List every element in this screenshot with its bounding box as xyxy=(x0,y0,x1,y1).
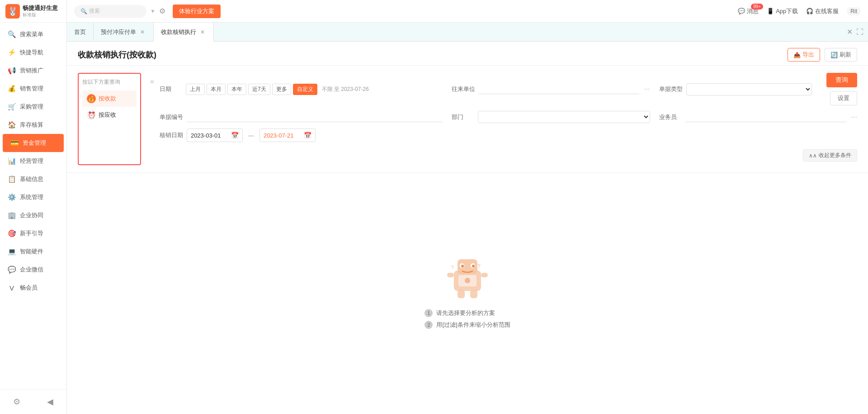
sidebar-item-purchase[interactable]: 🛒 采购管理 xyxy=(0,98,66,116)
tab-bar-right: ✕ ⛶ xyxy=(842,28,868,36)
verify-date-end-input[interactable] xyxy=(264,132,302,139)
refresh-btn[interactable]: 🔄 刷新 xyxy=(825,48,857,62)
tip-item-2: 2 用[过滤]条件来缩小分析范围 xyxy=(425,321,510,329)
sidebar-item-inventory[interactable]: 🏠 库存核算 xyxy=(0,116,66,134)
date-btn-custom[interactable]: 自定义 xyxy=(293,84,317,95)
voucher-type-select[interactable] xyxy=(686,83,812,95)
nav-icon-biz: 📊 xyxy=(7,157,16,166)
nav-icon-newbie: 🎯 xyxy=(7,229,16,238)
nav-icon-base: 📋 xyxy=(7,175,16,184)
sidebar-item-biz[interactable]: 📊 经营管理 xyxy=(0,152,66,170)
nav-label-member: 畅会员 xyxy=(20,284,38,292)
tip-text-1: 请先选择要分析的方案 xyxy=(436,309,495,317)
collapse-btn[interactable]: ∧∧ 收起更多条件 xyxy=(803,149,857,162)
filter-option-receivable[interactable]: ⏰ 按应收 xyxy=(82,107,137,123)
cal-icon-start[interactable]: 📅 xyxy=(231,132,239,139)
empty-image: ? ? xyxy=(445,255,490,300)
sidebar-item-member[interactable]: V 畅会员 xyxy=(0,279,66,297)
online-service-btn[interactable]: 🎧 在线客服 xyxy=(806,7,839,15)
page-actions: 📤 导出 🔄 刷新 xyxy=(788,48,857,62)
tab-collection[interactable]: 收款核销执行 ✕ xyxy=(154,23,214,42)
page-content-wrap: 收款核销执行(按收款) 📤 导出 🔄 刷新 按以下方案查询 xyxy=(67,42,868,414)
dropdown-icon[interactable]: ▼ xyxy=(150,8,156,14)
header-left: 🔍 搜索 ▼ ⚙ 体验行业方案 xyxy=(74,5,224,18)
sidebar-item-hardware[interactable]: 💻 智能硬件 xyxy=(0,243,66,261)
gear-icon[interactable]: ⚙ xyxy=(159,7,165,15)
nav-icon-member: V xyxy=(7,283,16,292)
industry-btn[interactable]: 体验行业方案 xyxy=(173,5,221,18)
close-all-tabs-icon[interactable]: ✕ xyxy=(847,28,853,36)
settings-bottom-icon[interactable]: ⚙ xyxy=(10,394,23,409)
cal-icon-end[interactable]: 📅 xyxy=(304,132,311,139)
export-label: 导出 xyxy=(802,51,814,59)
sidebar-item-finance[interactable]: 💳 资金管理 xyxy=(3,134,64,152)
filter-toggle[interactable]: « xyxy=(150,73,154,165)
tab-prepay-close[interactable]: ✕ xyxy=(139,29,146,36)
collapse-sidebar-icon[interactable]: ◀ xyxy=(44,394,56,409)
filter-option-receipt[interactable]: 💰 按收款 xyxy=(82,90,137,107)
message-btn[interactable]: 💬 消息 99+ xyxy=(738,7,759,15)
date-btn-more[interactable]: 更多 xyxy=(272,84,291,95)
tab-prepay[interactable]: 预付冲应付单 ✕ xyxy=(94,23,154,42)
search-icon: 🔍 xyxy=(80,8,87,14)
partner-input[interactable] xyxy=(479,84,639,94)
empty-tips: 1 请先选择要分析的方案 2 用[过滤]条件来缩小分析范围 xyxy=(425,309,510,333)
nav-label-base: 基础信息 xyxy=(20,175,43,183)
dept-select[interactable] xyxy=(478,111,650,123)
verify-date-start-input[interactable] xyxy=(191,132,229,139)
app-download-btn[interactable]: 📱 App下载 xyxy=(767,7,798,15)
tab-collection-close[interactable]: ✕ xyxy=(199,29,206,36)
date-label: 日期 xyxy=(160,85,182,93)
date-separator: — xyxy=(248,132,254,139)
page-header: 收款核销执行(按收款) 📤 导出 🔄 刷新 xyxy=(67,42,868,66)
user-name[interactable]: Rit xyxy=(847,7,861,15)
empty-robot-svg: ? ? xyxy=(445,255,490,300)
sidebar-item-sales[interactable]: 💰 销售管理 xyxy=(0,80,66,98)
sidebar-item-marketing[interactable]: 📢 营销推广 xyxy=(0,62,66,80)
staff-input[interactable] xyxy=(685,112,847,122)
voucher-no-input[interactable] xyxy=(187,112,443,122)
nav-label-purchase: 采购管理 xyxy=(20,103,43,111)
sidebar-item-enterprise[interactable]: 🏢 企业协同 xyxy=(0,206,66,224)
query-btn[interactable]: 查询 xyxy=(826,73,857,87)
nav-label-system: 系统管理 xyxy=(20,193,43,201)
svg-point-4 xyxy=(461,265,464,267)
nav-label-inventory: 库存核算 xyxy=(20,121,43,129)
filter-center: 日期 上月 本月 本年 近7天 更多 自定义 不限 至 2023-07-26 xyxy=(160,73,857,165)
sidebar-item-quick[interactable]: ⚡ 快捷导航 xyxy=(0,43,66,62)
date-buttons-group: 上月 本月 本年 近7天 更多 自定义 不限 至 2023-07-26 xyxy=(186,84,369,95)
tab-home[interactable]: 首页 xyxy=(67,23,94,42)
svg-text:?: ? xyxy=(477,263,481,270)
svg-rect-7 xyxy=(481,273,488,277)
date-btn-last-month[interactable]: 上月 xyxy=(186,84,205,95)
filter-col-dept: 部门 xyxy=(452,111,659,123)
nav-icon-inventory: 🏠 xyxy=(7,120,16,129)
receivable-option-label: 按应收 xyxy=(99,111,116,119)
service-icon: 🎧 xyxy=(806,8,813,14)
filter-col-partner: 往来单位 ··· xyxy=(452,73,659,105)
dept-label: 部门 xyxy=(452,113,474,121)
date-btn-7days[interactable]: 近7天 xyxy=(248,84,270,95)
nav-label-search: 搜索菜单 xyxy=(20,30,43,38)
expand-tabs-icon[interactable]: ⛶ xyxy=(856,28,863,36)
nav-label-hardware: 智能硬件 xyxy=(20,247,43,256)
tab-prepay-label: 预付冲应付单 xyxy=(101,28,136,36)
date-btn-this-month[interactable]: 本月 xyxy=(207,84,226,95)
sidebar-item-wechat[interactable]: 💬 企业微信 xyxy=(0,261,66,279)
tab-bar: 首页 预付冲应付单 ✕ 收款核销执行 ✕ ✕ ⛶ xyxy=(67,23,868,42)
sidebar-item-system[interactable]: ⚙️ 系统管理 xyxy=(0,188,66,206)
sidebar-nav: 🔍 搜索菜单 ⚡ 快捷导航 📢 营销推广 💰 销售管理 🛒 采购管理 🏠 库存核… xyxy=(0,23,66,389)
sidebar-item-base[interactable]: 📋 基础信息 xyxy=(0,170,66,188)
settings-btn[interactable]: 设置 xyxy=(830,91,857,105)
top-header: 🔍 搜索 ▼ ⚙ 体验行业方案 💬 消息 99+ 📱 App下载 🎧 在线客服 … xyxy=(67,0,868,23)
sidebar-item-search[interactable]: 🔍 搜索菜单 xyxy=(0,25,66,43)
export-btn[interactable]: 📤 导出 xyxy=(788,48,820,62)
app-icon: 📱 xyxy=(767,8,774,14)
main-area: 🔍 搜索 ▼ ⚙ 体验行业方案 💬 消息 99+ 📱 App下载 🎧 在线客服 … xyxy=(67,0,868,414)
partner-more-icon[interactable]: ··· xyxy=(644,85,650,93)
sidebar-item-newbie[interactable]: 🎯 新手引导 xyxy=(0,224,66,243)
staff-more-icon[interactable]: ··· xyxy=(851,113,857,121)
filter-panel-title: 按以下方案查询 xyxy=(82,78,137,86)
date-btn-this-year[interactable]: 本年 xyxy=(227,84,246,95)
nav-icon-sales: 💰 xyxy=(7,84,16,93)
